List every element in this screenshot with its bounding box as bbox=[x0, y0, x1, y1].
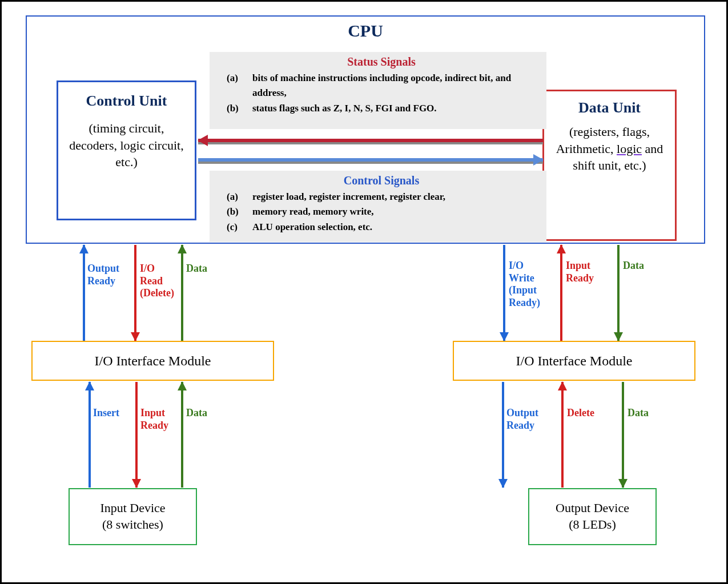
control-item-tag: (a) bbox=[227, 190, 252, 204]
status-item-tag: (a) bbox=[227, 71, 252, 101]
status-item-text: status flags such as Z, I, N, S, FGI and… bbox=[252, 101, 536, 116]
control-unit-box: Control Unit (timing circuit, decoders, … bbox=[57, 80, 196, 220]
label-data-left-top: Data bbox=[186, 263, 207, 275]
arrow-output-ready-left bbox=[83, 245, 85, 341]
status-signals-title: Status Signals bbox=[227, 55, 536, 69]
arrow-data-right-top bbox=[617, 245, 620, 341]
control-item-tag: (c) bbox=[227, 220, 252, 235]
control-signals-title: Control Signals bbox=[227, 174, 536, 187]
label-io-read-left: I/O Read (Delete) bbox=[140, 263, 174, 300]
arrow-status-signals bbox=[198, 139, 543, 142]
arrow-output-ready-right bbox=[502, 382, 504, 488]
control-item-text: ALU operation selection, etc. bbox=[252, 220, 536, 235]
arrow-insert-left bbox=[89, 382, 91, 488]
arrow-delete-right bbox=[561, 382, 564, 488]
status-item-text: bits of machine instructions including o… bbox=[252, 71, 536, 101]
label-data-left-bot: Data bbox=[186, 407, 207, 420]
output-device-box: Output Device (8 LEDs) bbox=[528, 488, 657, 545]
label-insert-left: Insert bbox=[93, 407, 119, 420]
arrow-data-left-top bbox=[181, 245, 183, 341]
data-unit-title: Data Unit bbox=[549, 99, 670, 116]
label-input-ready-right-top: Input Ready bbox=[566, 260, 594, 284]
io-module-right-label: I/O Interface Module bbox=[516, 353, 633, 369]
input-device-sub: (8 switches) bbox=[100, 517, 165, 533]
status-signals-panel: Status Signals (a)bits of machine instru… bbox=[210, 52, 546, 129]
arrow-input-ready-left bbox=[135, 382, 138, 488]
label-io-write-right: I/O Write (Input Ready) bbox=[509, 260, 540, 309]
control-item-text: memory read, memory write, bbox=[252, 204, 536, 219]
control-unit-body: (timing circuit, decoders, logic circuit… bbox=[66, 120, 187, 171]
cpu-container: CPU Control Unit (timing circuit, decode… bbox=[26, 15, 705, 244]
control-item-text: register load, register increment, regis… bbox=[252, 190, 536, 204]
label-delete-right: Delete bbox=[567, 407, 594, 420]
data-unit-body-logic: logic bbox=[617, 142, 642, 156]
label-data-right-bot: Data bbox=[628, 407, 649, 420]
arrow-io-write-right bbox=[503, 245, 505, 341]
status-item-tag: (b) bbox=[227, 101, 252, 116]
input-device-title: Input Device bbox=[100, 500, 165, 517]
label-input-ready-left: Input Ready bbox=[140, 407, 168, 432]
control-signals-panel: Control Signals (a)register load, regist… bbox=[210, 171, 546, 242]
cpu-title: CPU bbox=[27, 21, 704, 41]
arrow-io-read-left bbox=[134, 245, 136, 341]
data-unit-box: Data Unit (registers, flags, Arithmetic,… bbox=[542, 90, 677, 241]
label-output-ready-right: Output Ready bbox=[506, 407, 538, 432]
io-module-right: I/O Interface Module bbox=[453, 341, 695, 381]
output-device-title: Output Device bbox=[556, 500, 629, 517]
arrow-control-signals bbox=[198, 158, 543, 162]
arrow-input-ready-right bbox=[560, 245, 562, 341]
io-module-left: I/O Interface Module bbox=[31, 341, 274, 381]
output-device-sub: (8 LEDs) bbox=[556, 517, 629, 533]
io-module-left-label: I/O Interface Module bbox=[95, 353, 211, 369]
arrow-data-left-bot bbox=[181, 382, 183, 488]
label-data-right-top: Data bbox=[623, 260, 644, 272]
control-item-tag: (b) bbox=[227, 204, 252, 219]
label-output-ready-left: Output Ready bbox=[87, 263, 119, 287]
data-unit-body: (registers, flags, Arithmetic, logic and… bbox=[549, 123, 670, 174]
input-device-box: Input Device (8 switches) bbox=[69, 488, 197, 545]
arrow-data-right-bot bbox=[622, 382, 624, 488]
control-unit-title: Control Unit bbox=[66, 92, 187, 110]
